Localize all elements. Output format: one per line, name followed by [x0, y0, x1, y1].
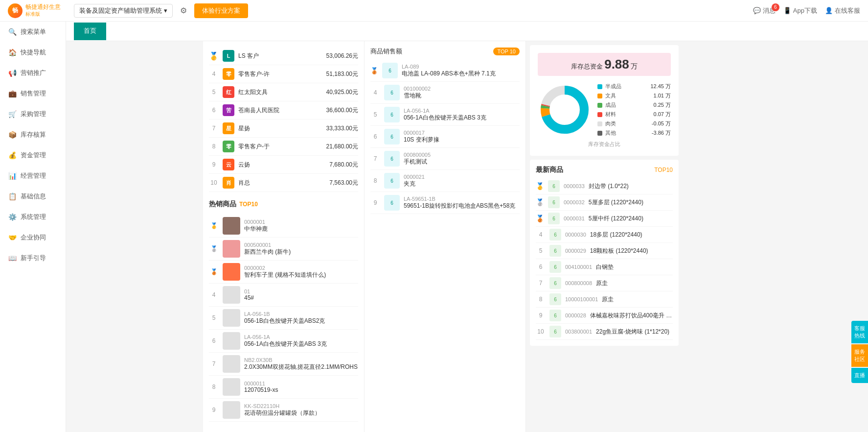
inventory-total-label: 库存总资金: [571, 63, 603, 70]
np-name-8: 原圭: [602, 295, 673, 304]
sidebar-item-guide[interactable]: 📖 新手引导: [0, 248, 66, 268]
sales-icon: 💼: [8, 90, 17, 97]
rank-name-8: 零售客户-于: [238, 143, 322, 151]
sidebar-item-nav[interactable]: 🏠 快捷导航: [0, 42, 66, 63]
rank-item-7: 7 星 星扬 33,333.00元: [209, 120, 358, 138]
pname-3: 电池盖 LA-089 ABS本色+黑种 7.1克: [402, 70, 496, 78]
sidebar-item-collab[interactable]: 🤝 企业协同: [0, 227, 66, 248]
sidebar-item-finance[interactable]: 💰 资金管理: [0, 145, 66, 166]
sidebar-item-sales[interactable]: 💼 销售管理: [0, 83, 66, 104]
logo-area: 畅 畅捷通好生意 标准版: [8, 3, 74, 18]
rank-name-5: 红太阳文具: [238, 88, 322, 96]
hp-info-5: LA-056-1B 056-1B白色按键开关盖ABS2克: [244, 311, 325, 325]
rank-avatar-6: 苦: [223, 104, 234, 116]
sidebar-item-label: 系统管理: [21, 213, 46, 221]
cs-btn-hotline[interactable]: 客服热线: [851, 321, 868, 343]
hp-rank-3: 🥉: [209, 268, 219, 275]
product-rank-header: 商品销售额 TOP 10: [370, 47, 520, 56]
product-rank-6: 6 6 0000017 10S 变利萝掾: [370, 126, 520, 148]
hot-products-badge: TOP10: [239, 201, 258, 208]
hot-product-4: 4 01 45#: [209, 284, 358, 307]
online-service-nav[interactable]: 👤 在线客服: [825, 6, 860, 15]
sidebar-item-label: 搜索菜单: [21, 27, 46, 36]
sidebar-item-search[interactable]: 🔍 搜索菜单: [0, 22, 66, 42]
inventory-total-box: 库存总资金 9.88 万: [538, 53, 671, 76]
hp-code-7: NB2.0X30B: [244, 357, 358, 363]
hp-img-9: [223, 401, 240, 419]
np-name-5: 18颗粒板 (1220*2440): [590, 247, 673, 255]
hp-code-3: 0000002: [244, 265, 326, 271]
marketing-icon: 📢: [8, 69, 17, 77]
product-num-6: 6: [370, 133, 380, 140]
hp-rank-6: 6: [209, 337, 219, 344]
rank-item-9: 9 云 云扬 7,680.00元: [209, 156, 358, 174]
logo-text: 畅捷通好生意: [25, 3, 61, 11]
page-tabs: 首页: [66, 22, 868, 41]
sidebar-item-purchase[interactable]: 🛒 采购管理: [0, 104, 66, 124]
inventory-icon: 📦: [8, 131, 17, 139]
sidebar-item-label: 新手引导: [21, 254, 46, 263]
system-selector[interactable]: 装备及固定资产辅助管理系统 ▾: [74, 4, 173, 18]
hp-rank-7: 7: [209, 360, 219, 367]
np-medal-1: 🥇: [536, 182, 544, 190]
product-rank-9: 9 6 LA-59651-1B 59651-1B旋转投影灯电池盒ABS黑色+58…: [370, 192, 520, 214]
pcode-9: LA-59651-1B: [404, 196, 515, 202]
product-rank-panel: 商品销售额 TOP 10 🥉 6 LA-089 电池盖 LA-089 ABS本色…: [365, 41, 526, 432]
product-img-9: 6: [384, 195, 400, 211]
hp-name-4: 45#: [244, 294, 254, 301]
hot-product-7: 7 NB2.0X30B 2.0X30MM双搓花轴,搓花直径2.1MM/ROHS: [209, 353, 358, 376]
settings-icon[interactable]: ⚙: [177, 4, 190, 18]
np-code-1: 0000033: [564, 183, 585, 189]
hp-img-4: [223, 286, 240, 304]
app-download-nav[interactable]: 📱 App下载: [783, 6, 817, 15]
pname-9: 59651-1B旋转投影灯电池盒ABS黑色+58克: [404, 202, 515, 210]
hp-name-1: 中华神鹿: [244, 225, 268, 233]
product-rank-badge: TOP 10: [493, 48, 520, 55]
np-rank-9: 9: [536, 312, 546, 319]
cs-btn-community[interactable]: 服务社区: [851, 344, 868, 367]
np-code-10: 003800001: [565, 329, 592, 335]
np-rank-10: 10: [536, 328, 546, 335]
legend-value-4: 0.07 万: [654, 111, 671, 118]
rank-num-4: 4: [209, 71, 219, 77]
purchase-icon: 🛒: [8, 110, 17, 118]
legend-dot-5: [597, 121, 602, 126]
message-badge: 6: [772, 3, 779, 11]
base-icon: 📋: [8, 192, 17, 200]
search-icon: 🔍: [8, 28, 17, 36]
rank-avatar-8: 零: [223, 141, 234, 152]
np-code-9: 0000028: [565, 312, 586, 318]
np-name-10: 22g鱼豆腐-烧烤味 (1*12*20): [596, 328, 673, 336]
sidebar-item-operations[interactable]: 📊 经营管理: [0, 166, 66, 186]
sidebar-item-marketing[interactable]: 📢 营销推广: [0, 63, 66, 83]
rank-num-5: 5: [209, 89, 219, 96]
logo-icon: 畅: [8, 3, 23, 18]
legend-label-4: 材料: [605, 111, 654, 118]
trial-button[interactable]: 体验行业方案: [194, 3, 248, 18]
inventory-total-value: 9.88: [604, 57, 629, 72]
rank-name-6: 苍南县人民医院: [238, 106, 322, 115]
sidebar-item-label: 库存核算: [21, 130, 46, 139]
sidebar-item-label: 营销推广: [21, 69, 46, 77]
np-img-8: 6: [549, 293, 561, 305]
hot-product-8: 8 0000011 12070519-xs: [209, 376, 358, 399]
new-products-panel: 最新商品 TOP10 🥇 6 0000033 封边带 (1.0*22) 🥈 6 …: [530, 160, 679, 346]
legend-value-3: 0.25 万: [654, 101, 671, 109]
hp-img-1: [223, 217, 240, 235]
product-info-8: 0000021 夹克: [404, 174, 425, 188]
sidebar-item-label: 采购管理: [21, 110, 46, 119]
np-code-5: 0000029: [565, 248, 586, 254]
message-nav[interactable]: 💬 消息 6: [753, 6, 776, 15]
np-rank-6: 6: [536, 264, 546, 270]
sidebar-item-system[interactable]: ⚙️ 系统管理: [0, 207, 66, 227]
sidebar-item-inventory[interactable]: 📦 库存核算: [0, 124, 66, 145]
np-img-5: 6: [549, 245, 561, 257]
hp-name-8: 12070519-xs: [244, 386, 278, 393]
sidebar-item-label: 基础信息: [21, 192, 46, 201]
sidebar-item-base[interactable]: 📋 基础信息: [0, 186, 66, 207]
np-name-6: 白钢垫: [596, 263, 673, 271]
cs-btn-live[interactable]: 直播: [851, 368, 868, 383]
np-code-4: 0000030: [565, 232, 586, 238]
left-panel: [66, 41, 203, 432]
tab-home[interactable]: 首页: [74, 23, 106, 40]
